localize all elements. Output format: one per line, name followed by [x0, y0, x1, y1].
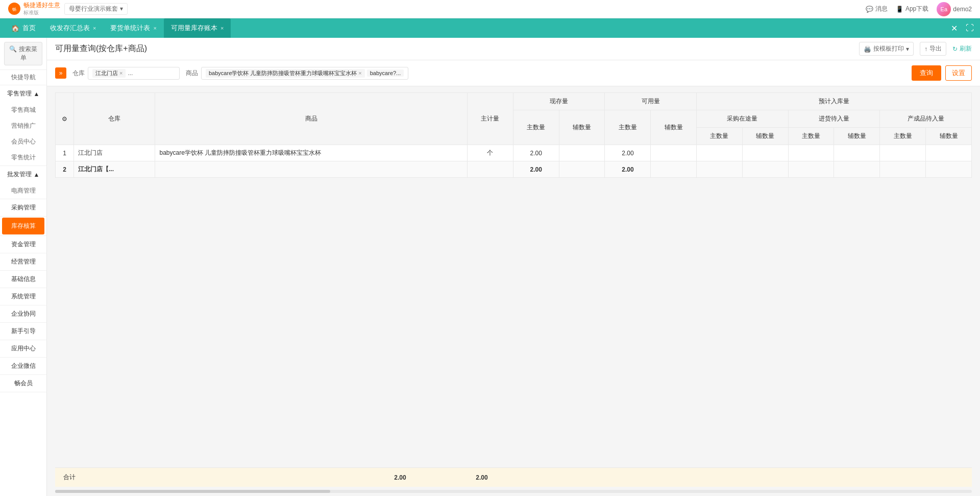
warehouse-tag-remove[interactable]: ×	[119, 70, 122, 76]
page-header: 可用量查询(按仓库+商品) 🖨️ 按模板打印 ▾ ↑ 导出 ↻ 刷新	[47, 38, 980, 60]
th-product: 商品	[155, 93, 468, 145]
nav-close-btn[interactable]: ✕	[949, 21, 960, 35]
tab-receive-pay-close[interactable]: ×	[93, 25, 96, 31]
row1-product: babycare学饮杯 儿童防摔防撞吸管杯重力球吸嘴杯宝宝水杯	[155, 145, 468, 161]
row1-avail-main: 2.00	[605, 145, 651, 161]
row2-product	[155, 161, 468, 178]
th-finished-pending: 产成品待入量	[880, 110, 972, 128]
th-avail-main: 主数量	[605, 110, 651, 145]
th-inbound-main: 主数量	[788, 128, 834, 145]
sidebar-item-ecommerce[interactable]: 电商管理	[0, 183, 46, 199]
sidebar-item-quick-nav[interactable]: 快捷导航	[0, 70, 46, 85]
page-actions: 🖨️ 按模板打印 ▾ ↑ 导出 ↻ 刷新	[859, 42, 972, 56]
data-table: ⚙ 仓库 商品 主计量 现存量 可用量 预计入库量 主数量 辅数量 主数量	[55, 92, 972, 178]
sidebar-item-retail-stats[interactable]: 零售统计	[0, 150, 46, 166]
sidebar-section-retail-header[interactable]: 零售管理 ▲	[0, 85, 46, 102]
sidebar-section-collab: 企业协同	[0, 305, 46, 323]
row1-stock-aux	[559, 145, 605, 161]
sidebar-item-membership[interactable]: 会员中心	[0, 134, 46, 150]
th-main-unit: 主计量	[468, 93, 513, 145]
logo-texts: 畅捷通好生意 标准版	[23, 2, 60, 16]
industry-selector[interactable]: 母婴行业演示账套 ▾	[64, 3, 128, 15]
table-row: 2 江北门店【... 2.00 2.00	[56, 161, 972, 178]
refresh-button[interactable]: ↻ 刷新	[952, 44, 972, 53]
tab-available-stock-label: 可用量库存账本	[171, 23, 217, 33]
user-menu[interactable]: Ea demo2	[937, 2, 972, 16]
row2-inbound-main	[788, 161, 834, 178]
warehouse-input[interactable]: 江北门店 × ...	[88, 67, 180, 80]
sidebar-section-guide-header[interactable]: 新手引导	[0, 323, 46, 340]
footer-row: 合计 2.00 2.00	[55, 467, 972, 487]
row2-finished-aux	[926, 161, 972, 178]
sidebar-search-section: 🔍 搜索菜单	[0, 38, 46, 70]
sidebar-section-basics-header[interactable]: 基础信息	[0, 271, 46, 288]
export-icon: ↑	[924, 45, 927, 53]
product-input[interactable]: babycare学饮杯 儿童防摔防撞吸管杯重力球吸嘴杯宝宝水杯 × babyca…	[201, 67, 408, 80]
scroll-track[interactable]	[55, 490, 972, 493]
tab-receive-pay-label: 收发存汇总表	[50, 23, 90, 33]
setting-button[interactable]: 设置	[945, 65, 972, 81]
sidebar-section-inventory-header[interactable]: 库存核算	[2, 218, 44, 234]
warehouse-more[interactable]: ...	[128, 69, 133, 77]
sidebar-section-wholesale-header[interactable]: 批发管理 ▲	[0, 166, 46, 183]
tab-order-stats[interactable]: 要货单统计表 ×	[103, 18, 163, 38]
th-settings[interactable]: ⚙	[56, 93, 74, 145]
avatar: Ea	[937, 2, 951, 16]
tab-order-stats-label: 要货单统计表	[110, 23, 150, 33]
sidebar-section-system-header[interactable]: 系统管理	[0, 288, 46, 305]
product-tag1: babycare学饮杯 儿童防摔防撞吸管杯重力球吸嘴杯宝宝水杯 ×	[206, 69, 365, 78]
row2-purchase-transit-main	[697, 161, 743, 178]
tab-home[interactable]: 🏠 首页	[4, 18, 43, 38]
product-tag1-remove[interactable]: ×	[358, 70, 361, 76]
filter-actions: 查询 设置	[912, 65, 972, 81]
app-download-button[interactable]: 📱 App下载	[896, 5, 928, 13]
print-icon: 🖨️	[864, 45, 871, 53]
sidebar-item-retail-mall[interactable]: 零售商城	[0, 102, 46, 118]
sidebar-section-collab-header[interactable]: 企业协同	[0, 305, 46, 322]
sidebar-section-purchase-header[interactable]: 采购管理	[0, 199, 46, 216]
search-icon: 🔍	[9, 45, 17, 53]
top-bar: 畅 畅捷通好生意 标准版 母婴行业演示账套 ▾ 💬 消息 📱 App下载 Ea …	[0, 0, 980, 18]
sidebar-item-marketing[interactable]: 营销推广	[0, 118, 46, 134]
tab-receive-pay[interactable]: 收发存汇总表 ×	[43, 18, 103, 38]
th-finished-aux: 辅数量	[926, 128, 972, 145]
warehouse-label: 仓库	[72, 69, 85, 78]
footer-label: 合计	[63, 473, 380, 482]
search-menu-button[interactable]: 🔍 搜索菜单	[4, 42, 42, 65]
row2-stock-main: 2.00	[513, 161, 559, 178]
product-filter: 商品 babycare学饮杯 儿童防摔防撞吸管杯重力球吸嘴杯宝宝水杯 × bab…	[186, 67, 408, 80]
th-avail-aux: 辅数量	[651, 110, 697, 145]
sidebar-section-finance: 资金管理	[0, 236, 46, 253]
sidebar-section-finance-header[interactable]: 资金管理	[0, 236, 46, 253]
sidebar-section-apps-header[interactable]: 应用中心	[0, 340, 46, 357]
sidebar-section-vip: 畅会员	[0, 375, 46, 392]
footer-stock-main: 2.00	[380, 474, 421, 481]
row1-avail-aux	[651, 145, 697, 161]
tab-available-stock-close[interactable]: ×	[220, 25, 224, 31]
expand-button[interactable]: »	[55, 67, 66, 79]
row1-purchase-transit-aux	[742, 145, 788, 161]
top-bar-left: 畅 畅捷通好生意 标准版 母婴行业演示账套 ▾	[8, 2, 128, 16]
nav-maximize-btn[interactable]: ⛶	[964, 21, 976, 35]
tab-order-stats-close[interactable]: ×	[153, 25, 156, 31]
table-wrapper: ⚙ 仓库 商品 主计量 现存量 可用量 预计入库量 主数量 辅数量 主数量	[47, 86, 980, 496]
main-layout: 🔍 搜索菜单 快捷导航 零售管理 ▲ 零售商城 营销推广 会员中心 零售统计	[0, 38, 980, 496]
sidebar-section-operations-header[interactable]: 经营管理	[0, 253, 46, 270]
logo-area: 畅 畅捷通好生意 标准版	[8, 2, 60, 16]
th-purchase-transit-main: 主数量	[697, 128, 743, 145]
th-finished-main: 主数量	[880, 128, 926, 145]
sidebar-section-vip-header[interactable]: 畅会员	[0, 375, 46, 392]
tab-available-stock[interactable]: 可用量库存账本 ×	[164, 18, 231, 38]
export-button[interactable]: ↑ 导出	[920, 42, 946, 56]
query-button[interactable]: 查询	[912, 65, 941, 81]
logo-icon: 畅	[8, 3, 20, 15]
warehouse-tag: 江北门店 ×	[92, 69, 126, 78]
th-warehouse: 仓库	[74, 93, 155, 145]
logo-text: 畅捷通好生意	[23, 2, 60, 9]
message-button[interactable]: 💬 消息	[866, 5, 888, 13]
industry-label: 母婴行业演示账套	[69, 5, 118, 13]
table-scroll: ⚙ 仓库 商品 主计量 现存量 可用量 预计入库量 主数量 辅数量 主数量	[47, 86, 980, 467]
print-button[interactable]: 🖨️ 按模板打印 ▾	[859, 42, 914, 56]
chevron-down-icon: ▾	[120, 5, 123, 12]
sidebar-section-wechat-header[interactable]: 企业微信	[0, 358, 46, 374]
